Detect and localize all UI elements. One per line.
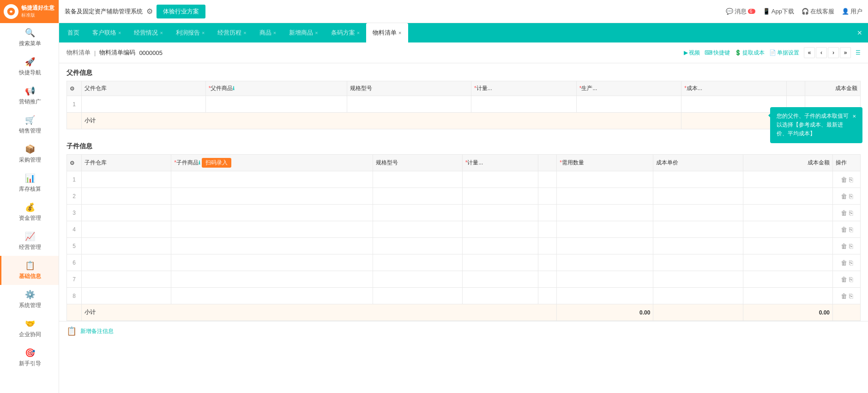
tab-customers[interactable]: 客户联络 × xyxy=(86,23,127,42)
child-row3-product[interactable] xyxy=(171,205,373,221)
close-all-tabs-button[interactable]: ✕ xyxy=(853,29,866,36)
tab-profit[interactable]: 利润报告 × xyxy=(169,23,211,42)
child-row1-qty-needed[interactable] xyxy=(557,171,653,188)
tab-history[interactable]: 经营历程 × xyxy=(211,23,253,42)
sidebar-item-basic[interactable]: 📋 基础信息 xyxy=(0,256,59,285)
tab-operations-close[interactable]: × xyxy=(160,30,163,36)
child-row1-spec[interactable] xyxy=(373,171,462,188)
parent-row1-spec[interactable] xyxy=(347,96,471,113)
parent-row1-qty[interactable] xyxy=(471,96,577,113)
extract-cost-button[interactable]: 💲 提取成本 xyxy=(735,49,765,57)
tab-home[interactable]: 首页 xyxy=(61,23,86,42)
message-button[interactable]: 💬 消息 6 xyxy=(726,7,755,16)
tooltip-close-button[interactable]: × xyxy=(852,112,856,121)
last-page-button[interactable]: » xyxy=(840,47,851,58)
delete-row6-button[interactable]: 🗑 xyxy=(841,259,847,266)
child-row1-cost-price[interactable] xyxy=(653,171,743,188)
sidebar-item-marketing[interactable]: 📢 营销推广 xyxy=(0,81,59,110)
tab-barcode[interactable]: 条码方案 × xyxy=(325,23,366,42)
child-row8-cost-price[interactable] xyxy=(653,288,743,304)
shortcut-button[interactable]: ⌨ 快捷键 xyxy=(705,49,730,57)
child-row4-qty[interactable] xyxy=(462,221,538,238)
delete-row2-button[interactable]: 🗑 xyxy=(841,193,847,200)
child-row7-warehouse[interactable] xyxy=(82,271,171,288)
child-row2-spec[interactable] xyxy=(373,188,462,205)
child-row7-cost-price[interactable] xyxy=(653,271,743,288)
sidebar-item-quicknav[interactable]: 🚀 快捷导航 xyxy=(0,52,59,81)
child-row5-qty-needed[interactable] xyxy=(557,238,653,254)
child-row5-product[interactable] xyxy=(171,238,373,254)
child-row5-warehouse[interactable] xyxy=(82,238,171,254)
child-row7-spec[interactable] xyxy=(373,271,462,288)
copy-row3-button[interactable]: ⎘ xyxy=(849,209,853,217)
child-row4-warehouse[interactable] xyxy=(82,221,171,238)
child-row8-qty-needed[interactable] xyxy=(557,288,653,304)
grid-view-button[interactable]: ☰ xyxy=(856,49,861,56)
child-row6-spec[interactable] xyxy=(373,254,462,271)
tab-profit-close[interactable]: × xyxy=(202,30,205,36)
child-row5-spec[interactable] xyxy=(373,238,462,254)
child-row1-product[interactable] xyxy=(171,171,373,188)
child-row4-product[interactable] xyxy=(171,221,373,238)
settings-button[interactable]: ⚙ xyxy=(146,7,153,16)
scan-input-button[interactable]: 扫码录入 xyxy=(202,158,231,168)
parent-row1-mfg[interactable] xyxy=(576,96,681,113)
child-col-settings[interactable]: ⚙ xyxy=(67,155,82,171)
parent-row1-product[interactable] xyxy=(205,96,347,113)
first-page-button[interactable]: « xyxy=(804,47,815,58)
copy-row6-button[interactable]: ⎘ xyxy=(849,259,853,266)
parent-row1-warehouse[interactable] xyxy=(82,96,206,113)
child-row8-qty[interactable] xyxy=(462,288,538,304)
next-page-button[interactable]: › xyxy=(828,47,839,58)
child-row2-warehouse[interactable] xyxy=(82,188,171,205)
trial-button[interactable]: 体验行业方案 xyxy=(157,5,205,18)
child-row6-qty[interactable] xyxy=(462,254,538,271)
child-row3-qty-needed[interactable] xyxy=(557,205,653,221)
sidebar-item-purchase[interactable]: 📦 采购管理 xyxy=(0,139,59,169)
tab-barcode-close[interactable]: × xyxy=(357,30,360,36)
prev-page-button[interactable]: ‹ xyxy=(816,47,827,58)
user-button[interactable]: 👤 用户 xyxy=(842,7,862,16)
tab-history-close[interactable]: × xyxy=(243,30,246,36)
child-row6-product[interactable] xyxy=(171,254,373,271)
child-row3-cost-price[interactable] xyxy=(653,205,743,221)
copy-row8-button[interactable]: ⎘ xyxy=(849,292,853,300)
child-row7-qty[interactable] xyxy=(462,271,538,288)
copy-row7-button[interactable]: ⎘ xyxy=(849,276,853,283)
child-row3-spec[interactable] xyxy=(373,205,462,221)
tab-bom-close[interactable]: × xyxy=(398,30,401,36)
child-row1-warehouse[interactable] xyxy=(82,171,171,188)
child-row8-spec[interactable] xyxy=(373,288,462,304)
bottom-note-text[interactable]: 新增备注信息 xyxy=(80,327,114,335)
child-row8-product[interactable] xyxy=(171,288,373,304)
sidebar-item-system[interactable]: ⚙️ 系统管理 xyxy=(0,285,59,314)
copy-row2-button[interactable]: ⎘ xyxy=(849,193,853,200)
child-row7-qty-needed[interactable] xyxy=(557,271,653,288)
copy-row5-button[interactable]: ⎘ xyxy=(849,242,853,250)
child-row6-warehouse[interactable] xyxy=(82,254,171,271)
app-download-button[interactable]: 📱 App下载 xyxy=(763,7,794,16)
child-row6-qty-needed[interactable] xyxy=(557,254,653,271)
sidebar-item-collab[interactable]: 🤝 企业协同 xyxy=(0,314,59,343)
child-row5-qty[interactable] xyxy=(462,238,538,254)
tab-newproduct-close[interactable]: × xyxy=(315,30,318,36)
child-row6-cost-price[interactable] xyxy=(653,254,743,271)
delete-row7-button[interactable]: 🗑 xyxy=(841,276,847,283)
child-row4-cost-price[interactable] xyxy=(653,221,743,238)
tab-products[interactable]: 商品 × xyxy=(253,23,283,42)
sidebar-item-sales[interactable]: 🛒 销售管理 xyxy=(0,110,59,139)
child-row2-qty-needed[interactable] xyxy=(557,188,653,205)
tab-newproduct[interactable]: 新增商品 × xyxy=(283,23,324,42)
parent-col-settings[interactable]: ⚙ xyxy=(67,81,82,96)
tab-bom[interactable]: 物料清单 × xyxy=(366,23,408,42)
child-row4-qty-needed[interactable] xyxy=(557,221,653,238)
sidebar-item-operations[interactable]: 📈 经营管理 xyxy=(0,227,59,256)
breadcrumb-bom[interactable]: 物料清单 xyxy=(66,48,90,57)
child-row1-qty[interactable] xyxy=(462,171,538,188)
child-row2-qty[interactable] xyxy=(462,188,538,205)
delete-row4-button[interactable]: 🗑 xyxy=(841,226,847,233)
sidebar-item-inventory[interactable]: 📊 库存核算 xyxy=(0,169,59,198)
child-row2-cost-price[interactable] xyxy=(653,188,743,205)
delete-row8-button[interactable]: 🗑 xyxy=(841,292,847,300)
copy-row1-button[interactable]: ⎘ xyxy=(849,176,853,183)
